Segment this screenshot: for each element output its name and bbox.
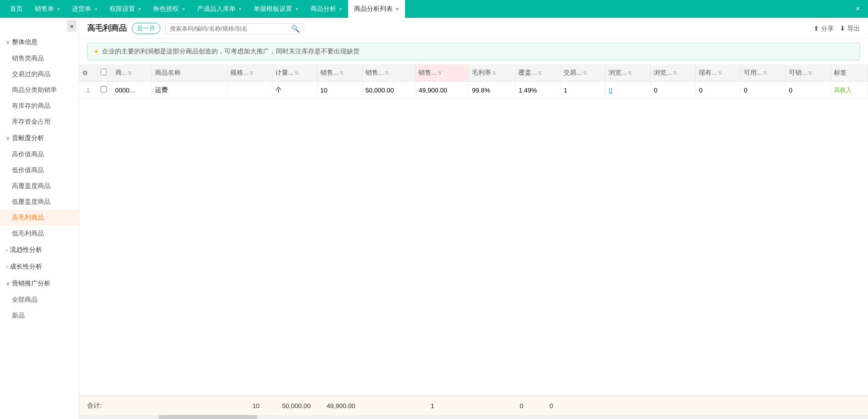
cell-unit: 个 xyxy=(272,82,317,99)
footer-cell-sales-profit: 49,900.00 xyxy=(324,402,368,410)
col-spec[interactable]: 规格... ⇅ xyxy=(227,64,272,82)
col-coverage[interactable]: 覆盖... ⇅ xyxy=(515,64,561,82)
cell-browse1[interactable]: 0 xyxy=(606,82,651,99)
main-layout: « ∨ 整体信息 销售类商品 交易过的商品 商品分类助销率 有库存的商品 库存资… xyxy=(0,18,868,419)
settings-icon[interactable]: ⚙ xyxy=(82,69,88,77)
row-checkbox[interactable] xyxy=(101,86,107,93)
sidebar-item-low-coverage[interactable]: 低覆盖度商品 xyxy=(0,194,79,210)
sidebar-item-traded-goods[interactable]: 交易过的商品 xyxy=(0,66,79,82)
col-sales-qty[interactable]: 销售... ⇅ xyxy=(317,64,362,82)
footer-bar: 合计: 10 50,000.00 49,900.00 1 0 0 xyxy=(79,395,868,415)
sidebar-item-category-rate[interactable]: 商品分类助销率 xyxy=(0,82,79,98)
col-unit[interactable]: 计量... ⇅ xyxy=(272,64,317,82)
search-input[interactable] xyxy=(170,25,291,32)
sidebar-item-sales-goods[interactable]: 销售类商品 xyxy=(0,50,79,66)
sidebar-group-trend[interactable]: › 流趋性分析 xyxy=(0,241,79,258)
table-header-row: ⚙ 商... ⇅ 商品名称 xyxy=(79,64,868,82)
nav-item-template[interactable]: 单据模板设置 × xyxy=(248,0,304,18)
window-close-button[interactable]: × xyxy=(852,4,864,13)
sort-icon: ⇅ xyxy=(492,70,496,76)
close-icon[interactable]: × xyxy=(339,6,342,12)
nav-item-roles[interactable]: 角色授权 × xyxy=(147,0,191,18)
close-icon[interactable]: × xyxy=(138,6,141,12)
cell-coverage: 1.49% xyxy=(515,82,561,99)
sort-icon: ⇅ xyxy=(538,70,542,76)
date-filter-button[interactable]: 近一月 xyxy=(132,23,160,34)
sidebar-item-all-goods[interactable]: 全部商品 xyxy=(0,292,79,308)
close-icon[interactable]: × xyxy=(182,6,185,12)
search-icon[interactable]: 🔍 xyxy=(291,25,300,33)
footer-label: 合计: xyxy=(87,401,102,410)
sort-icon: ⇅ xyxy=(128,70,132,76)
sort-icon: ⇅ xyxy=(438,70,442,76)
nav-item-sales[interactable]: 销售单 × xyxy=(29,0,66,18)
footer-cell-spacer6 xyxy=(368,402,398,410)
nav-item-analysis[interactable]: 商品分析 × xyxy=(305,0,348,18)
sort-icon: ⇅ xyxy=(250,70,254,76)
horizontal-scrollbar[interactable] xyxy=(79,415,868,419)
col-browse1[interactable]: 浏览... ⇅ xyxy=(606,64,651,82)
footer-cell-spacer3 xyxy=(141,402,170,410)
col-transactions[interactable]: 交易... ⇅ xyxy=(561,64,606,82)
data-table-wrapper[interactable]: ⚙ 商... ⇅ 商品名称 xyxy=(79,64,868,395)
sidebar-item-in-stock[interactable]: 有库存的商品 xyxy=(0,98,79,114)
col-sales-amount[interactable]: 销售... ⇅ xyxy=(362,64,415,82)
close-icon[interactable]: × xyxy=(239,6,242,12)
share-button[interactable]: ⬆ 分享 xyxy=(814,24,834,33)
cell-gross-margin: 99.8% xyxy=(469,82,515,99)
sort-icon: ⇅ xyxy=(295,70,299,76)
col-gross-margin[interactable]: 毛利率 ⇅ xyxy=(469,64,515,82)
sidebar-item-high-coverage[interactable]: 高覆盖度商品 xyxy=(0,178,79,194)
chevron-right-icon: › xyxy=(6,247,8,253)
sort-icon: ⇅ xyxy=(628,70,632,76)
cell-checkbox xyxy=(97,82,112,99)
data-table: ⚙ 商... ⇅ 商品名称 xyxy=(79,64,868,99)
sidebar-group-growth[interactable]: › 成长性分析 xyxy=(0,258,79,275)
nav-item-analysis-list[interactable]: 商品分析列表 × xyxy=(348,0,405,18)
sidebar-item-new-goods[interactable]: 新品 xyxy=(0,308,79,324)
nav-item-inbound[interactable]: 产成品入库单 × xyxy=(191,0,248,18)
cell-sales-profit: 49,900.00 xyxy=(415,82,469,99)
sidebar-item-low-value[interactable]: 低价值商品 xyxy=(0,162,79,178)
footer-cell-sales-amount: 50,000.00 xyxy=(279,402,324,410)
cell-current-stock: 0 xyxy=(696,82,741,99)
sidebar: « ∨ 整体信息 销售类商品 交易过的商品 商品分类助销率 有库存的商品 库存资… xyxy=(0,18,79,419)
export-button[interactable]: ⬇ 导出 xyxy=(840,24,860,33)
col-code[interactable]: 商... ⇅ xyxy=(112,64,152,82)
content-header: 高毛利商品 近一月 🔍 ⬆ 分享 ⬇ 导出 xyxy=(79,18,868,39)
sidebar-collapse-button[interactable]: « xyxy=(67,20,77,32)
sidebar-item-high-value[interactable]: 高价值商品 xyxy=(0,146,79,162)
footer-cell-current-stock: 0 xyxy=(517,402,547,410)
sidebar-item-stock-capital[interactable]: 库存资金占用 xyxy=(0,114,79,130)
col-sales-profit[interactable]: 销售... ⇅ xyxy=(415,64,469,82)
sidebar-item-high-margin[interactable]: 高毛利商品 xyxy=(0,210,79,226)
sidebar-group-overall[interactable]: ∨ 整体信息 xyxy=(0,34,79,50)
footer-cell-sales-qty: 10 xyxy=(250,402,279,410)
sidebar-group-contribution[interactable]: ∨ 贡献度分析 xyxy=(0,130,79,146)
scrollbar-thumb[interactable] xyxy=(158,415,257,419)
sidebar-group-marketing[interactable]: ∨ 营销推广分析 xyxy=(0,275,79,292)
sort-icon: ⇅ xyxy=(718,70,722,76)
footer-cell-spacer8 xyxy=(458,402,487,410)
col-current-stock[interactable]: 现有... ⇅ xyxy=(696,64,741,82)
sort-icon: ⇅ xyxy=(763,70,767,76)
close-icon[interactable]: × xyxy=(57,6,60,12)
cell-code: 0000... xyxy=(112,82,152,99)
sidebar-item-low-margin[interactable]: 低毛利商品 xyxy=(0,226,79,241)
sort-icon: ⇅ xyxy=(673,70,677,76)
sort-icon: ⇅ xyxy=(385,70,389,76)
close-icon[interactable]: × xyxy=(94,6,97,12)
footer-cell-transactions: 1 xyxy=(428,402,458,410)
nav-item-purchase[interactable]: 进货单 × xyxy=(66,0,103,18)
cell-sellable: 0 xyxy=(786,82,831,99)
col-sellable[interactable]: 可销... ⇅ xyxy=(786,64,831,82)
nav-item-permissions[interactable]: 权限设置 × xyxy=(103,0,147,18)
footer-cell-spacer7 xyxy=(398,402,428,410)
footer-values: 10 50,000.00 49,900.00 1 0 0 xyxy=(108,402,860,410)
close-icon[interactable]: × xyxy=(396,6,399,12)
close-icon[interactable]: × xyxy=(295,6,298,12)
col-available-stock[interactable]: 可用... ⇅ xyxy=(741,64,786,82)
nav-item-home[interactable]: 首页 xyxy=(4,0,29,18)
col-browse2[interactable]: 浏览... ⇅ xyxy=(651,64,696,82)
select-all-checkbox[interactable] xyxy=(101,69,107,75)
